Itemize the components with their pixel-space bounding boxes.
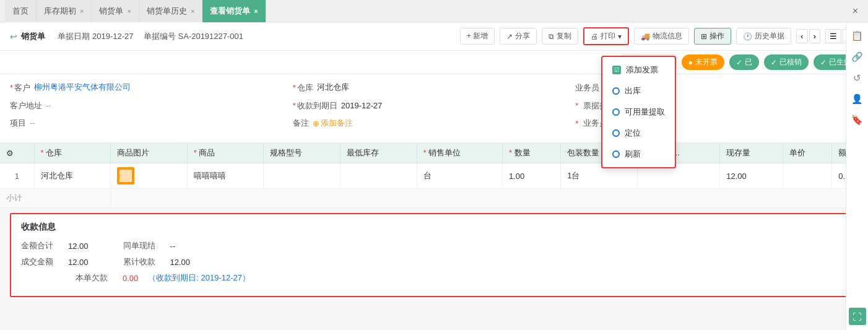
date-value: 2019-12-27 (92, 32, 134, 41)
row-min-stock (340, 163, 417, 189)
unopened-button[interactable]: ● 未开票 (682, 54, 724, 70)
warehouse-label: 仓库 (297, 82, 313, 93)
doc-title: 销货单 (21, 31, 45, 42)
row-warehouse: 河北仓库 (34, 163, 111, 189)
payment-title: 收款信息 (21, 222, 250, 233)
copy-button[interactable]: ⧉ 复制 (542, 28, 578, 45)
tab-close-view[interactable]: × (254, 7, 258, 15)
transaction-value: 12.00 (68, 258, 89, 267)
tab-close-inventory[interactable]: × (80, 7, 84, 15)
date-label: 单据日期 (58, 31, 90, 42)
form-row-2: 客户地址 -- * 收款到期日 2019-12-27 * 票据类型 不开票 (10, 100, 858, 111)
settlement-value: -- (170, 241, 176, 251)
address-label: 客户地址 (10, 100, 42, 111)
operations-button[interactable]: ⊞ 操作 (694, 28, 731, 45)
tab-view-sales[interactable]: 查看销货单 × (202, 0, 266, 22)
col-stock: 现存量 (720, 143, 783, 163)
tab-inventory-init[interactable]: 库存期初 × (37, 0, 92, 22)
dropdown-outbound[interactable]: 出库 (602, 80, 675, 102)
form-row-1: * 客户 柳州粤港平安气体有限公司 * 仓库 河北仓库 业务员 演示账号 (10, 82, 858, 93)
dropdown-available-qty[interactable]: 可用量提取 (602, 102, 675, 123)
list-view-button[interactable]: ☰ (825, 29, 841, 43)
transaction-label: 成交金额 (21, 256, 58, 267)
copy-icon: ⧉ (549, 32, 554, 41)
col-unit-price: 单价 (783, 143, 832, 163)
add-note-button[interactable]: ⊕ 添加备注 (313, 118, 353, 129)
tab-close-history[interactable]: × (191, 7, 194, 15)
cancelled-button[interactable]: ✓ 已核销 (764, 54, 809, 70)
sidebar-refresh-icon[interactable]: ↺ (849, 69, 866, 87)
customer-field: * 客户 柳州粤港平安气体有限公司 (10, 82, 293, 93)
effective-icon: ✓ (820, 58, 827, 67)
row-number: 1 (0, 163, 34, 189)
row-stock: 12.00 (720, 163, 783, 189)
tab-sales-order[interactable]: 销货单 × (92, 0, 139, 22)
check-button[interactable]: ✓ 已 (729, 54, 759, 70)
customer-required: * (10, 83, 13, 92)
row-sales-unit: 台 (417, 163, 502, 189)
form-area: * 客户 柳州粤港平安气体有限公司 * 仓库 河北仓库 业务员 演示账号 客户地… (0, 74, 868, 143)
operations-icon: ⊞ (701, 32, 707, 41)
warehouse-value[interactable]: 河北仓库 (317, 82, 349, 93)
row-product-img (111, 163, 188, 189)
ticket-required: * (575, 101, 578, 110)
cancelled-icon: ✓ (771, 58, 777, 67)
subtotal-value (111, 189, 868, 208)
history-icon: 🕐 (743, 32, 752, 41)
logistics-button[interactable]: 🚚 物流信息 (634, 28, 689, 45)
sidebar-edit-icon[interactable]: 📋 (849, 27, 866, 45)
nav-arrows: ‹ › (796, 29, 820, 43)
tab-close-sales[interactable]: × (127, 7, 131, 15)
col-quantity: * 数量 (502, 143, 560, 163)
next-arrow[interactable]: › (809, 29, 820, 43)
prev-arrow[interactable]: ‹ (796, 29, 807, 43)
tab-home[interactable]: 首页 (5, 0, 37, 22)
dropdown-locate[interactable]: 定位 (602, 123, 675, 144)
dropdown-add-invoice[interactable]: ☑ 添加发票 (602, 59, 675, 80)
col-settings[interactable]: ⚙ (0, 143, 34, 163)
ticket-icon: ● (688, 58, 693, 67)
sidebar-bookmark-icon[interactable]: 🔖 (849, 111, 866, 129)
col-product: * 商品 (187, 143, 264, 163)
sidebar-link-icon[interactable]: 🔗 (849, 48, 866, 66)
table-header-row: ⚙ * 仓库 商品图片 * 商品 规格型号 最低库存 * 销售单位 * 数量 包… (0, 143, 868, 163)
total-label: 金额合计 (21, 240, 58, 251)
settlement-label: 同单现结 (123, 240, 160, 251)
global-close-button[interactable]: × (848, 6, 863, 17)
table-container: ⚙ * 仓库 商品图片 * 商品 规格型号 最低库存 * 销售单位 * 数量 包… (0, 143, 868, 208)
remark-field: 备注 ⊕ 添加备注 (293, 118, 576, 129)
history-button[interactable]: 🕐 历史单据 (736, 28, 791, 45)
new-button[interactable]: + 新增 (460, 28, 495, 45)
subtotal-row: 小计 (0, 189, 868, 208)
doc-icon: ↩ (10, 32, 17, 41)
customer-value[interactable]: 柳州粤港平安气体有限公司 (34, 82, 131, 93)
outbound-icon (612, 87, 620, 95)
customer-label: 客户 (14, 82, 30, 93)
cumulative-value: 12.00 (170, 258, 191, 267)
number-label: 单据编号 (144, 31, 176, 42)
tab-sales-history[interactable]: 销货单历史 × (139, 0, 202, 22)
row-spec (264, 163, 341, 189)
payment-row-balance: 本单欠款 0.00 （收款到期日: 2019-12-27） (21, 272, 250, 284)
sidebar-user-icon[interactable]: 👤 (849, 90, 866, 108)
right-sidebar: 📋 🔗 ↺ 👤 🔖 ⛶ (846, 22, 868, 302)
print-dropdown-icon: ▾ (618, 32, 622, 41)
share-button[interactable]: ↗ 分享 (500, 28, 537, 45)
payment-date-value[interactable]: 2019-12-27 (341, 101, 383, 111)
row-quantity: 1.00 (502, 163, 560, 189)
add-invoice-icon: ☑ (612, 66, 621, 74)
col-spec: 规格型号 (264, 143, 341, 163)
payment-panel: 收款信息 金额合计 12.00 同单现结 -- 成交金额 12.00 累计收款 … (10, 213, 858, 297)
product-image (117, 167, 134, 185)
project-field: 项目 -- (10, 118, 293, 129)
doc-header: ↩ 销货单 单据日期 2019-12-27 单据编号 SA-20191227-0… (0, 22, 868, 51)
balance-value: 0.00 (123, 274, 138, 283)
print-button[interactable]: 🖨 打印 ▾ (583, 27, 629, 45)
available-qty-icon (612, 108, 620, 116)
check-icon: ✓ (736, 58, 742, 67)
payment-date-label: 收款到期日 (297, 100, 337, 111)
staff-label: 业务员 (575, 82, 599, 93)
share-icon: ↗ (506, 32, 513, 41)
payment-row-total: 金额合计 12.00 同单现结 -- (21, 240, 250, 251)
dropdown-refresh[interactable]: 刷新 (602, 144, 675, 165)
